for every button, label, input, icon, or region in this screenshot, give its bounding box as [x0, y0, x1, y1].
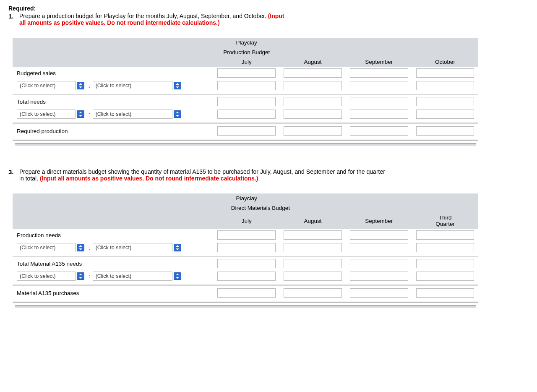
t1-select-a2[interactable]: (Click to select): [93, 81, 172, 90]
a135-purchases-quarter[interactable]: [416, 288, 474, 298]
t2-select-b1[interactable]: (Click to select): [17, 272, 76, 281]
required-production-august[interactable]: [284, 126, 341, 136]
t1-r2-september[interactable]: [350, 81, 408, 90]
t2-r4-august[interactable]: [284, 272, 341, 281]
production-needs-quarter[interactable]: [416, 230, 474, 240]
t1-r4-august[interactable]: [284, 110, 341, 119]
required-heading: Required:: [8, 5, 529, 12]
q1-instruction: 1. Prepare a production budget for Playc…: [8, 13, 386, 26]
t2-select-a1[interactable]: (Click to select): [17, 243, 76, 252]
t1-col-august: August: [280, 57, 346, 67]
t1-r4-october[interactable]: [416, 110, 474, 119]
q3-instruction: 3. Prepare a direct materials budget sho…: [8, 168, 386, 182]
table-end-bar: [15, 305, 476, 308]
t2-r4-july[interactable]: [217, 272, 275, 281]
budgeted-sales-july[interactable]: [217, 68, 275, 78]
t2-title1: Playclay: [214, 193, 280, 203]
t2-col-july: July: [214, 213, 280, 229]
total-a135-september[interactable]: [350, 259, 408, 268]
stepper-icon[interactable]: [77, 244, 84, 251]
total-a135-july[interactable]: [217, 259, 275, 268]
table-end-bar: [15, 143, 476, 146]
t2-select-a2[interactable]: (Click to select): [93, 243, 172, 252]
stepper-icon[interactable]: [174, 82, 181, 89]
t2-r2-september[interactable]: [350, 243, 408, 252]
production-needs-july[interactable]: [217, 230, 275, 240]
row-total-needs: Total needs: [13, 95, 214, 108]
t1-r4-july[interactable]: [217, 110, 275, 119]
row-a135-purchases: Material A135 purchases: [13, 287, 214, 299]
row-production-needs: Production needs: [13, 229, 214, 241]
materials-budget-table: Playclay Direct Materials Budget July Au…: [13, 193, 478, 309]
t1-r2-october[interactable]: [416, 81, 474, 90]
required-production-july[interactable]: [217, 126, 275, 136]
q1-number: 1.: [8, 13, 18, 20]
budgeted-sales-october[interactable]: [416, 68, 474, 78]
stepper-icon[interactable]: [174, 110, 181, 118]
t1-title2: Production Budget: [214, 47, 280, 57]
t1-select-a1[interactable]: (Click to select): [17, 81, 76, 90]
a135-purchases-august[interactable]: [284, 288, 341, 298]
t2-r4-september[interactable]: [350, 272, 408, 281]
q1-text: Prepare a production budget for Playclay…: [19, 13, 268, 19]
t2-r2-august[interactable]: [284, 243, 341, 252]
a135-purchases-september[interactable]: [350, 288, 408, 298]
t2-r2-quarter[interactable]: [416, 243, 474, 252]
t1-r2-august[interactable]: [284, 81, 341, 90]
total-a135-quarter[interactable]: [416, 259, 474, 268]
t1-col-october: October: [412, 57, 478, 67]
total-needs-october[interactable]: [416, 97, 474, 106]
materials-budget-table-wrap: Playclay Direct Materials Budget July Au…: [13, 193, 478, 309]
t1-r2-july[interactable]: [217, 81, 275, 90]
t1-select-b2[interactable]: (Click to select): [93, 110, 172, 119]
t2-col-august: August: [280, 213, 346, 229]
stepper-icon[interactable]: [77, 272, 84, 280]
production-budget-table-wrap: Playclay Production Budget July August S…: [13, 38, 478, 147]
production-needs-september[interactable]: [350, 230, 408, 240]
row-budgeted-sales: Budgeted sales: [13, 67, 214, 79]
stepper-icon[interactable]: [77, 110, 84, 118]
t2-select-b2[interactable]: (Click to select): [93, 272, 172, 281]
stepper-icon[interactable]: [77, 82, 84, 89]
total-needs-august[interactable]: [284, 97, 341, 106]
stepper-icon[interactable]: [174, 244, 181, 251]
q1-red-lead: (Input: [268, 13, 284, 19]
t1-col-july: July: [214, 57, 280, 67]
t2-col-third-quarter: Third Quarter: [412, 213, 478, 229]
production-budget-table: Playclay Production Budget July August S…: [13, 38, 478, 147]
q1-red-rest: all amounts as positive values. Do not r…: [19, 19, 220, 26]
total-a135-august[interactable]: [284, 259, 341, 268]
q3-red: (Input all amounts as positive values. D…: [40, 175, 258, 182]
total-needs-july[interactable]: [217, 97, 275, 106]
t1-select-b1[interactable]: (Click to select): [17, 110, 76, 119]
production-needs-august[interactable]: [284, 230, 341, 240]
stepper-icon[interactable]: [174, 272, 181, 280]
a135-purchases-july[interactable]: [217, 288, 275, 298]
t1-r4-september[interactable]: [350, 110, 408, 119]
t2-title2: Direct Materials Budget: [214, 203, 346, 213]
row-total-a135-needs: Total Material A135 needs: [13, 257, 214, 270]
t1-col-september: September: [346, 57, 412, 67]
total-needs-september[interactable]: [350, 97, 408, 106]
required-production-october[interactable]: [416, 126, 474, 136]
budgeted-sales-august[interactable]: [284, 68, 341, 78]
t2-r4-quarter[interactable]: [416, 272, 474, 281]
budgeted-sales-september[interactable]: [350, 68, 408, 78]
t1-title1: Playclay: [214, 38, 280, 47]
required-production-september[interactable]: [350, 126, 408, 136]
q3-number: 3.: [8, 168, 18, 175]
t2-r2-july[interactable]: [217, 243, 275, 252]
row-required-production: Required production: [13, 125, 214, 137]
t2-col-september: September: [346, 213, 412, 229]
